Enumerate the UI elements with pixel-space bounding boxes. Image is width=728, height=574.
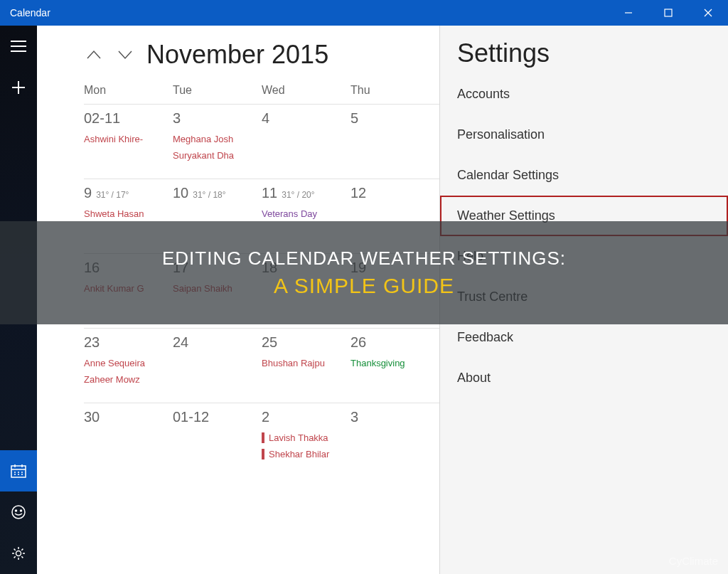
calendar-event[interactable]: Shekhar Bhilar	[262, 449, 346, 459]
settings-title: Settings	[440, 38, 728, 74]
settings-item-feedback[interactable]: Feedback	[440, 317, 728, 358]
calendar-icon[interactable]	[0, 450, 37, 491]
day-number: 25	[262, 334, 277, 351]
calendar-cell[interactable]: 12	[350, 179, 439, 253]
calendar-cell[interactable]: 30	[84, 403, 173, 477]
sidebar	[0, 26, 37, 574]
calendar-event[interactable]: Saipan Shaikh	[173, 283, 257, 294]
settings-item-personalisation[interactable]: Personalisation	[440, 115, 728, 155]
calendar-event[interactable]: Ankit Kumar G	[84, 283, 168, 294]
day-number: 5	[350, 110, 358, 127]
calendar-cell[interactable]: 3	[350, 403, 439, 477]
day-number: 11	[262, 185, 277, 201]
close-button[interactable]	[688, 0, 728, 26]
calendar-cell[interactable]: 5	[350, 105, 439, 179]
calendar-cell[interactable]: 4	[262, 105, 350, 179]
calendar-cell[interactable]: 01-12	[173, 403, 262, 477]
svg-point-20	[16, 510, 17, 511]
calendar-cell[interactable]: 26Thanksgiving	[350, 329, 439, 403]
app-title: Calendar	[10, 7, 50, 18]
day-number: 17	[173, 260, 188, 276]
day-number: 2	[262, 409, 269, 425]
weather-text: 31° / 17°	[96, 190, 129, 200]
month-title: November 2015	[146, 40, 328, 70]
settings-item-trust-centre[interactable]: Trust Centre	[440, 277, 728, 317]
calendar-cell[interactable]: 24	[173, 329, 262, 403]
calendar-cell[interactable]: 17Saipan Shaikh	[173, 254, 262, 328]
main-area: November 2015 MonTueWedThu 02-11Ashwini …	[37, 26, 728, 574]
calendar-event[interactable]: Suryakant Dha	[173, 150, 257, 161]
settings-item-weather-settings[interactable]: Weather Settings	[440, 196, 728, 236]
title-bar: Calendar	[0, 0, 728, 26]
calendar-cell[interactable]: 931° / 17°Shweta Hasan	[84, 179, 173, 253]
day-number: 26	[350, 334, 366, 351]
calendar-cell[interactable]: 02-11Ashwini Khire-	[84, 105, 173, 179]
day-number: 23	[84, 334, 100, 351]
svg-point-21	[21, 510, 22, 511]
hamburger-menu-button[interactable]	[0, 26, 37, 67]
settings-icon[interactable]	[0, 533, 37, 574]
settings-item-about[interactable]: About	[440, 358, 728, 398]
calendar-event[interactable]: Veterans Day	[262, 208, 346, 219]
day-number: 19	[350, 260, 366, 276]
calendar-event[interactable]: Meghana Josh	[173, 134, 257, 144]
day-of-week-header: Tue	[173, 80, 262, 104]
calendar-event[interactable]: Zaheer Mowz	[84, 374, 168, 385]
calendar-event[interactable]: Ashwini Khire-	[84, 134, 168, 144]
calendar-cell[interactable]: 3Meghana JoshSuryakant Dha	[173, 105, 262, 179]
calendar-cell[interactable]: 16Ankit Kumar G	[84, 254, 173, 328]
settings-panel: Settings AccountsPersonalisationCalendar…	[439, 26, 728, 574]
day-number: 16	[84, 260, 100, 276]
day-number: 02-11	[84, 110, 120, 127]
day-of-week-header: Mon	[84, 80, 173, 104]
svg-rect-9	[11, 466, 26, 477]
calendar-cell[interactable]: 2Lavish ThakkaShekhar Bhilar	[262, 403, 350, 477]
minimize-button[interactable]	[609, 0, 648, 26]
calendar-event[interactable]: Bhushan Rajpu	[262, 358, 346, 368]
next-month-button[interactable]	[115, 41, 135, 69]
calendar-event[interactable]: Anne Sequeira	[84, 358, 168, 368]
day-number: 3	[350, 409, 358, 425]
feedback-icon[interactable]	[0, 491, 37, 533]
calendar-event[interactable]: Lavish Thakka	[262, 432, 346, 443]
day-number: 01-12	[173, 409, 209, 425]
calendar-cell[interactable]: 25Bhushan Rajpu	[262, 329, 350, 403]
new-event-button[interactable]	[0, 67, 37, 108]
weather-text: 31° / 20°	[282, 190, 314, 200]
calendar-cell[interactable]: 1131° / 20°Veterans Day	[262, 179, 350, 253]
day-number: 4	[262, 110, 269, 127]
day-number: 9	[84, 185, 92, 201]
svg-point-22	[16, 551, 21, 556]
calendar-cell[interactable]: 19	[350, 254, 439, 328]
svg-rect-1	[665, 9, 672, 16]
settings-item-calendar-settings[interactable]: Calendar Settings	[440, 155, 728, 196]
calendar-cell[interactable]: 18	[262, 254, 350, 328]
day-of-week-header: Thu	[350, 80, 439, 104]
day-number: 24	[173, 334, 188, 351]
calendar-cell[interactable]: 1031° / 18°	[173, 179, 262, 253]
day-number: 3	[173, 110, 181, 127]
day-number: 12	[350, 185, 366, 201]
maximize-button[interactable]	[648, 0, 688, 26]
settings-item-help[interactable]: Help	[440, 236, 728, 277]
day-of-week-header: Wed	[262, 80, 350, 104]
day-number: 18	[262, 260, 277, 276]
settings-item-accounts[interactable]: Accounts	[440, 74, 728, 115]
calendar-event[interactable]: Thanksgiving	[350, 358, 435, 368]
prev-month-button[interactable]	[84, 41, 104, 69]
day-number: 10	[173, 185, 188, 201]
svg-point-19	[12, 506, 25, 519]
calendar-cell[interactable]: 23Anne SequeiraZaheer Mowz	[84, 329, 173, 403]
day-number: 30	[84, 409, 100, 425]
calendar-event[interactable]: Shweta Hasan	[84, 208, 168, 219]
weather-text: 31° / 18°	[193, 190, 225, 200]
